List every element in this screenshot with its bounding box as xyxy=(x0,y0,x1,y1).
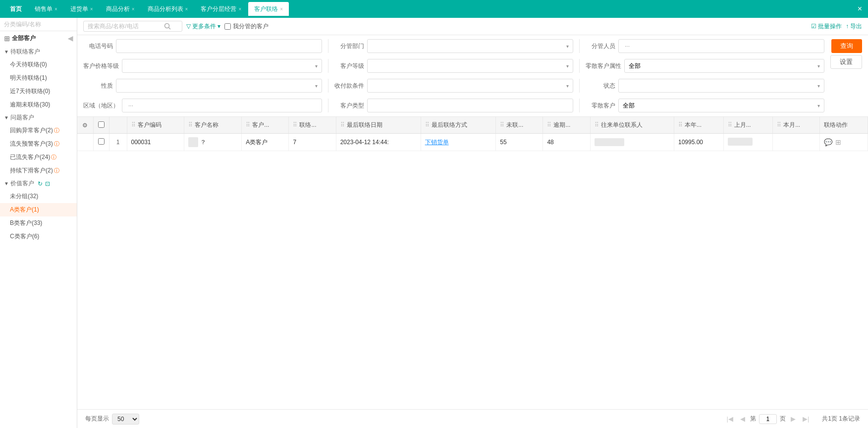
nav-tab-purchase-label: 进货单 xyxy=(70,5,88,13)
filter-region: 区域（地区） ··· xyxy=(83,99,322,112)
sidebar-item-b-class[interactable]: B类客户(33) xyxy=(0,216,77,230)
filter-status-select[interactable]: ▾ xyxy=(618,79,824,93)
contact-action-icon[interactable]: 💬 xyxy=(824,138,832,146)
nav-tab-customer-segment[interactable]: 客户分层经营 × xyxy=(195,2,247,16)
filter-phone-input[interactable] xyxy=(116,39,322,53)
last-page-btn[interactable]: ▶| xyxy=(801,414,811,424)
col-this-year[interactable]: ⠿本年... xyxy=(674,117,723,134)
row-checkbox[interactable] xyxy=(93,134,109,151)
sidebar-item-a-class[interactable]: A类客户(1) xyxy=(0,203,77,216)
filter-customer-level-label: 客户等级 xyxy=(334,62,364,70)
sidebar-section-value[interactable]: ▼ 价值客户 ↻ ⊡ xyxy=(0,177,77,190)
sidebar-item-churned[interactable]: 已流失客户(24) ⓘ xyxy=(0,151,77,164)
sidebar-item-declining[interactable]: 持续下滑客户(2) ⓘ xyxy=(0,164,77,177)
sidebar-item-tomorrow[interactable]: 明天待联络(1) xyxy=(0,71,77,85)
filter-customer-type-input[interactable] xyxy=(367,99,573,112)
search-icon[interactable] xyxy=(164,23,171,30)
col-this-month[interactable]: ⠿本月... xyxy=(773,117,820,134)
nav-tab-sales-close[interactable]: × xyxy=(54,6,57,12)
row-last-contact-method[interactable]: 下销货单 xyxy=(421,134,496,151)
pagination-right: |◀ ◀ 第 页 ▶ ▶| 共1页 1条记录 xyxy=(725,414,860,424)
sidebar-all-customers[interactable]: ⊞ 全部客户 ◀ xyxy=(0,31,77,46)
filter-manager-label: 分管人员 xyxy=(586,42,615,51)
col-code[interactable]: ⠿客户编码 xyxy=(127,117,184,134)
warn-icon-repurchase: ⓘ xyxy=(54,127,59,134)
nav-tab-product-list-close[interactable]: × xyxy=(185,6,188,12)
pagination-bar: 每页显示 10 20 50 100 |◀ ◀ 第 页 ▶ ▶| 共1页 1条记录 xyxy=(77,409,868,428)
nav-tab-customer-contact-close[interactable]: × xyxy=(280,6,283,12)
first-page-btn[interactable]: |◀ xyxy=(725,414,735,424)
sidebar-section-pending[interactable]: ▼ 待联络客户 xyxy=(0,46,77,58)
sidebar-collapse-icon[interactable]: ◀ xyxy=(68,35,73,42)
nav-tab-purchase-close[interactable]: × xyxy=(90,6,93,12)
col-last-contact-method[interactable]: ⠿最后联络方式 xyxy=(421,117,496,134)
more-filters-btn[interactable]: ▽ 更多条件 ▾ xyxy=(186,22,220,31)
next-page-btn[interactable]: ▶ xyxy=(789,414,798,424)
nav-tab-sales[interactable]: 销售单 × xyxy=(29,2,63,16)
setting-button[interactable]: 设置 xyxy=(830,55,862,69)
search-input[interactable] xyxy=(88,23,162,30)
filter-icon: ▽ xyxy=(186,23,191,30)
col-gear[interactable]: ⚙ xyxy=(77,117,93,134)
dept-chevron-icon: ▾ xyxy=(566,44,569,49)
prev-page-btn[interactable]: ◀ xyxy=(738,414,747,424)
export-btn[interactable]: ↑ 导出 xyxy=(846,22,862,31)
sidebar-item-ungrouped[interactable]: 未分组(32) xyxy=(0,190,77,203)
col-category[interactable]: ⠿客户... xyxy=(242,117,289,134)
batch-op-label: 批量操作 xyxy=(818,22,842,31)
sidebar-item-overdue[interactable]: 逾期未联络(30) xyxy=(0,98,77,111)
filter-payment: 收付款条件 ▾ xyxy=(334,79,573,93)
sidebar-section-problem[interactable]: ▼ 问题客户 xyxy=(0,111,77,124)
sidebar-item-repurchase-abnormal[interactable]: 回购异常客户(2) ⓘ xyxy=(0,124,77,137)
col-last-contact-date[interactable]: ⠿最后联络日期 xyxy=(336,117,421,134)
nav-tab-home[interactable]: 首页 xyxy=(4,2,28,16)
nav-tab-product-analysis[interactable]: 商品分析 × xyxy=(100,2,141,16)
col-name[interactable]: ⠿客户名称 xyxy=(184,117,242,134)
value-settings-icon[interactable]: ⊡ xyxy=(45,180,50,187)
filter-status: 状态 ▾ xyxy=(586,79,824,93)
region-dots-icon[interactable]: ··· xyxy=(126,102,135,109)
filter-manager-input[interactable]: ··· xyxy=(618,39,824,53)
col-checkbox-header[interactable] xyxy=(93,117,109,134)
col-no-contact[interactable]: ⠿未联... xyxy=(496,117,543,134)
sidebar-item-today[interactable]: 今天待联络(0) xyxy=(0,58,77,71)
sidebar-search-input[interactable] xyxy=(4,21,77,28)
sidebar-item-c-class[interactable]: C类客户(6) xyxy=(0,230,77,243)
row-select-checkbox[interactable] xyxy=(98,138,105,145)
filter-dept-select[interactable]: ▾ xyxy=(367,39,573,53)
col-last-month[interactable]: ⠿上月... xyxy=(723,117,773,134)
sidebar-item-week[interactable]: 近7天待联络(0) xyxy=(0,85,77,98)
table-wrapper[interactable]: ⚙ ⠿客户编码 ⠿客户名称 ⠿客户... ⠿联络... ⠿最后联络日期 ⠿最后联… xyxy=(77,117,868,409)
sidebar-item-churn-warning[interactable]: 流失预警客户(3) ⓘ xyxy=(0,137,77,151)
filter-scatter-customer-select[interactable]: 全部 ▾ xyxy=(618,99,824,112)
filter-payment-select[interactable]: ▾ xyxy=(367,79,573,93)
manager-dots-icon[interactable]: ··· xyxy=(623,43,632,50)
col-unit-contacts[interactable]: ⠿往来单位联系人 xyxy=(590,117,674,134)
value-refresh-icon[interactable]: ↻ xyxy=(38,180,43,187)
row-overdue: 48 xyxy=(543,134,590,151)
nav-tab-product-analysis-close[interactable]: × xyxy=(132,6,135,12)
filter-dept-label: 分管部门 xyxy=(334,42,364,51)
query-button[interactable]: 查询 xyxy=(831,39,862,53)
sidebar-search-area xyxy=(0,18,77,31)
my-customer-checkbox[interactable] xyxy=(224,23,231,30)
qr-action-icon[interactable]: ⊞ xyxy=(835,138,841,146)
filter-region-input[interactable]: ··· xyxy=(122,99,322,112)
col-overdue[interactable]: ⠿逾期... xyxy=(543,117,590,134)
select-all-checkbox[interactable] xyxy=(98,121,105,128)
filter-scatter-attr-select[interactable]: 全部 ▾ xyxy=(624,59,824,73)
filter-customer-level-select[interactable]: ▾ xyxy=(367,59,573,73)
col-contacts[interactable]: ⠿联络... xyxy=(289,117,336,134)
page-number-input[interactable] xyxy=(759,414,777,424)
contact-method-link[interactable]: 下销货单 xyxy=(425,139,449,146)
filter-price-level-select[interactable]: ▾ xyxy=(122,59,322,73)
filter-region-label: 区域（地区） xyxy=(83,102,119,110)
nav-tab-customer-segment-close[interactable]: × xyxy=(238,6,241,12)
filter-nature-select[interactable]: ▾ xyxy=(116,79,322,93)
nav-tab-purchase[interactable]: 进货单 × xyxy=(64,2,99,16)
nav-tab-product-list[interactable]: 商品分析列表 × xyxy=(142,2,194,16)
nav-tab-customer-contact[interactable]: 客户联络 × xyxy=(248,2,289,16)
batch-operation-btn[interactable]: ☑ 批量操作 xyxy=(811,22,842,31)
per-page-select[interactable]: 10 20 50 100 xyxy=(112,414,139,425)
window-close-button[interactable]: × xyxy=(856,2,864,15)
